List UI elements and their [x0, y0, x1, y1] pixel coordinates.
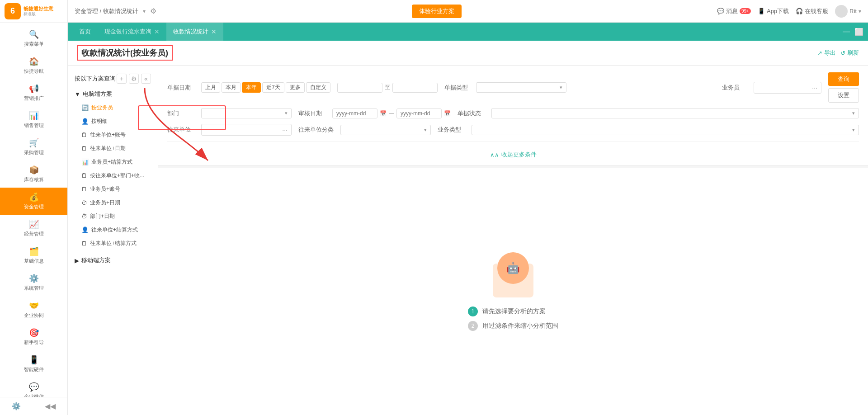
sidebar-item-guide[interactable]: 🎯 新手引导 — [0, 323, 67, 350]
export-icon: ↗ — [817, 50, 822, 57]
topbar-gear-icon[interactable]: ⚙ — [150, 7, 156, 15]
sidebar-item-search[interactable]: 🔍 搜索菜单 — [0, 25, 67, 52]
finance-icon: 💰 — [29, 192, 39, 202]
scheme-item-unit-date[interactable]: 🗒 往来单位+日期 — [72, 142, 153, 155]
tab-home[interactable]: 首页 — [72, 23, 98, 41]
sidebar-item-operation[interactable]: 📈 经营管理 — [0, 215, 67, 242]
topbar-left: 资金管理 / 收款情况统计 ▾ ⚙ — [75, 7, 156, 15]
sidebar-item-wechat[interactable]: 💬 企业微信 — [0, 377, 67, 397]
enterprise-icon: 🤝 — [29, 301, 39, 311]
scheme-item-unit-account[interactable]: 🗒 往来单位+账号 — [72, 128, 153, 141]
empty-state: 🤖 1 请先选择要分析的方案 2 用过滤条件来缩小分析范围 — [158, 168, 868, 415]
sidebar-item-finance[interactable]: 💰 资金管理 — [0, 188, 67, 215]
online-service-area[interactable]: 🎧 在线客服 — [796, 7, 828, 15]
scheme-item-unit-method1[interactable]: 👤 往来单位+结算方式 — [72, 223, 153, 236]
sidebar-item-purchase[interactable]: 🛒 采购管理 — [0, 133, 67, 160]
sidebar-item-system[interactable]: ⚙️ 系统管理 — [0, 269, 67, 296]
doc-status-arrow: ▾ — [852, 110, 855, 116]
mobile-scheme-group: ▶ 移动端方案 — [68, 254, 158, 267]
tab-maximize-icon[interactable]: ⬜ — [854, 28, 863, 36]
sidebar-item-marketing[interactable]: 📢 营销推广 — [0, 79, 67, 106]
app-download-area[interactable]: 📱 App下载 — [758, 7, 789, 15]
topbar-center: 体验行业方案 — [412, 5, 462, 18]
hint-number-2: 2 — [468, 321, 478, 331]
add-scheme-button[interactable]: + — [117, 74, 127, 84]
trial-button[interactable]: 体验行业方案 — [412, 5, 462, 18]
collapse-button[interactable]: ∧∧ 收起更多条件 — [490, 151, 537, 159]
scheme-item-salesperson-date[interactable]: ⏱ 业务员+日期 — [72, 196, 153, 209]
user-area[interactable]: Rit ▾ — [835, 5, 861, 18]
sidebar-footer: ⚙️ ◀◀ — [0, 397, 67, 415]
scheme-item-salesperson[interactable]: 🔄 按业务员 — [72, 101, 153, 114]
collapse-area: ∧∧ 收起更多条件 — [167, 141, 859, 159]
biz-type-select[interactable]: ▾ — [472, 125, 859, 135]
salesperson-date-icon: ⏱ — [81, 199, 87, 206]
export-button[interactable]: ↗ 导出 — [817, 49, 836, 57]
scheme-item-unit-method2[interactable]: 🗒 往来单位+结算方式 — [72, 237, 153, 250]
tab-receipt-close[interactable]: ✕ — [211, 28, 217, 35]
desktop-scheme-title[interactable]: ▼ 电脑端方案 — [72, 87, 153, 101]
date-btn-this-month[interactable]: 本月 — [222, 82, 241, 93]
purchase-icon: 🛒 — [29, 138, 39, 148]
date-separator: 至 — [385, 84, 390, 91]
hint-number-1: 1 — [468, 307, 478, 316]
date-btn-custom[interactable]: 自定义 — [306, 82, 330, 93]
scheme-item-unit-dept[interactable]: 🗒 按往来单位+部门+收... — [72, 169, 153, 182]
doc-type-select[interactable]: ▾ — [476, 82, 566, 93]
refresh-icon: ↺ — [840, 50, 845, 57]
search-icon: 🔍 — [29, 29, 39, 39]
refresh-button[interactable]: ↺ 刷新 — [840, 49, 859, 57]
date-to-input[interactable]: 2023-12-31 — [392, 83, 438, 93]
query-button[interactable]: 查询 — [828, 72, 859, 86]
system-icon: ⚙️ — [29, 274, 39, 283]
audit-from-input[interactable] — [332, 108, 377, 118]
date-btn-7days[interactable]: 近7天 — [262, 82, 284, 93]
unit-more-dots[interactable]: ··· — [282, 126, 288, 133]
scheme-item-salesperson-account[interactable]: 🗒 业务员+账号 — [72, 183, 153, 196]
empty-illustration: 🤖 — [486, 252, 540, 297]
salesperson-method-icon: 📊 — [81, 159, 89, 165]
date-btn-this-year[interactable]: 本年 — [242, 82, 261, 93]
scheme-item-salesperson-method[interactable]: 📊 业务员+结算方式 — [72, 156, 153, 169]
scheme-item-dept-date[interactable]: ⏱ 部门+日期 — [72, 210, 153, 223]
salesperson-select[interactable]: ··· — [754, 82, 821, 94]
mobile-scheme-title[interactable]: ▶ 移动端方案 — [72, 254, 153, 267]
settings-footer-btn[interactable]: ⚙️ — [12, 402, 21, 410]
scheme-settings-button[interactable]: ⚙ — [129, 74, 139, 84]
date-btn-more[interactable]: 更多 — [286, 82, 305, 93]
user-avatar — [835, 5, 848, 18]
sidebar-item-inventory[interactable]: 📦 库存核算 — [0, 160, 67, 188]
breadcrumb-arrow[interactable]: ▾ — [143, 8, 146, 14]
sidebar-item-basic[interactable]: 🗂️ 基础信息 — [0, 242, 67, 269]
user-name: Rit — [849, 8, 857, 14]
audit-calendar2-icon[interactable]: 📅 — [444, 110, 451, 117]
audit-calendar-icon[interactable]: 📅 — [380, 110, 387, 117]
dept-select[interactable]: ▾ — [201, 108, 292, 118]
tab-minimize-icon[interactable]: — — [843, 28, 850, 36]
collapse-panel-button[interactable]: « — [141, 74, 151, 84]
tab-bank-close[interactable]: ✕ — [154, 28, 160, 35]
unit-select[interactable]: ··· — [201, 124, 292, 136]
date-from-input[interactable]: 2023-01-01 — [337, 83, 382, 93]
collapse-footer-btn[interactable]: ◀◀ — [45, 402, 56, 410]
sidebar-item-quicknav[interactable]: 🏠 快捷导航 — [0, 52, 67, 79]
unit-category-select[interactable]: ▾ — [340, 125, 431, 135]
sidebar-item-sales[interactable]: 📊 销售管理 — [0, 106, 67, 133]
audit-to-input[interactable] — [396, 108, 442, 118]
salesperson-more-dots[interactable]: ··· — [812, 84, 817, 91]
salesperson-account-icon: 🗒 — [81, 186, 87, 193]
tab-receipt[interactable]: 收款情况统计 ✕ — [166, 23, 223, 41]
sidebar-item-enterprise[interactable]: 🤝 企业协同 — [0, 296, 67, 323]
doc-status-select[interactable]: ▾ — [491, 108, 859, 118]
tabbar-actions: — ⬜ — [843, 28, 863, 36]
message-area[interactable]: 💬 消息 99+ — [717, 7, 751, 15]
logo-text: 畅捷通好生意 标准版 — [24, 5, 53, 17]
tab-bank[interactable]: 现金银行流水查询 ✕ — [98, 23, 166, 41]
date-btn-last-month[interactable]: 上月 — [201, 82, 220, 93]
empty-face: 🤖 — [497, 252, 529, 284]
settings-button[interactable]: 设置 — [828, 88, 859, 103]
sidebar-item-hardware[interactable]: 📱 智能硬件 — [0, 350, 67, 377]
empty-hints: 1 请先选择要分析的方案 2 用过滤条件来缩小分析范围 — [468, 307, 558, 331]
filter-area: 单据日期 上月 本月 本年 近7天 更多 自定义 2023-01-01 至 — [158, 66, 868, 166]
scheme-item-detail[interactable]: 👤 按明细 — [72, 115, 153, 128]
